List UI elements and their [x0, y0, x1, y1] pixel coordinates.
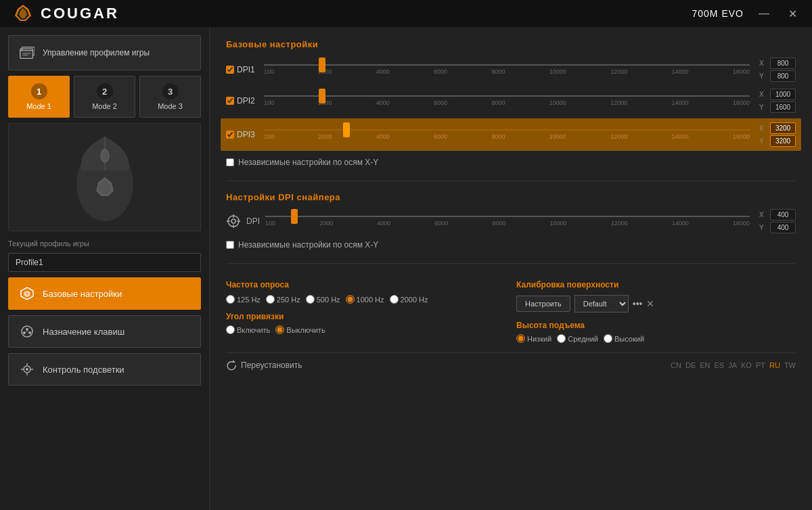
dpi3-track[interactable] [264, 129, 750, 131]
reset-icon [226, 360, 237, 371]
liftoff-mid[interactable]: Средний [557, 334, 598, 343]
lang-pt[interactable]: PT [756, 361, 765, 369]
dpi1-y-box: Y 800 [759, 70, 796, 82]
dpi3-checkbox-label[interactable]: DPI3 [226, 130, 258, 139]
polling-2000[interactable]: 2000 Hz [390, 295, 428, 304]
polling-125[interactable]: 125 Hz [226, 295, 261, 304]
angle-title: Угол привязки [226, 312, 505, 321]
key-assign-icon [20, 324, 35, 339]
lang-es[interactable]: ES [715, 361, 725, 369]
polling-1000[interactable]: 1000 Hz [346, 295, 384, 304]
lang-cn[interactable]: CN [671, 361, 681, 369]
polling-125-radio[interactable] [226, 295, 235, 304]
svg-point-18 [23, 331, 26, 334]
angle-on[interactable]: Включить [226, 325, 270, 334]
dpi3-row: DPI3 10020004000600080001000012000140001… [221, 118, 801, 151]
liftoff-high-radio[interactable] [604, 334, 612, 343]
main-layout: Управление профилем игры 1 Mode 1 2 Mode… [0, 27, 812, 510]
svg-marker-33 [233, 360, 235, 363]
mode-3-num: 3 [162, 83, 179, 99]
dpi1-checkbox[interactable] [226, 66, 234, 74]
right-settings: Калибровка поверхности Настроить Default… [516, 280, 796, 343]
mode-2-num: 2 [97, 83, 113, 99]
lang-ru[interactable]: RU [769, 361, 780, 369]
dpi1-x-box: X 800 [759, 57, 796, 69]
dpi3-thumb[interactable] [343, 122, 350, 137]
lang-en[interactable]: EN [700, 361, 710, 369]
sniper-values: X 400 Y 400 [755, 209, 796, 233]
dpi2-ticks: 100200040006000800010000120001400016000 [264, 99, 750, 106]
polling-title: Частота опроса [226, 280, 505, 289]
mode-2-button[interactable]: 2 Mode 2 [74, 76, 135, 118]
liftoff-low[interactable]: Низкий [516, 334, 551, 343]
liftoff-mid-radio[interactable] [557, 334, 566, 343]
sniper-dpi-row: DPI 100200040006000800010000120001400016… [226, 209, 796, 233]
dpi2-checkbox[interactable] [226, 97, 234, 105]
sniper-track[interactable] [265, 216, 750, 217]
angle-off[interactable]: Выключить [275, 325, 325, 334]
calib-dots-button[interactable]: ••• [633, 298, 643, 309]
sniper-slider[interactable]: 100200040006000800010000120001400016000 [265, 209, 750, 233]
sniper-ticks: 100200040006000800010000120001400016000 [265, 220, 750, 227]
sniper-x-box: X 400 [759, 209, 796, 221]
dpi2-checkbox-label[interactable]: DPI2 [226, 96, 258, 106]
dpi3-ticks: 100200040006000800010000120001400016000 [264, 133, 750, 140]
svg-point-22 [26, 368, 28, 371]
sniper-independent-xy-checkbox[interactable] [226, 241, 234, 249]
mouse-preview [8, 123, 201, 231]
dpi1-ticks: 100200040006000800010000120001400016000 [264, 68, 750, 75]
angle-off-radio[interactable] [275, 325, 284, 334]
calib-button[interactable]: Настроить [516, 296, 570, 312]
basic-settings-icon [20, 286, 35, 301]
profile-manage-button[interactable]: Управление профилем игры [8, 35, 201, 70]
titlebar: COUGAR 700M EVO — ✕ [0, 0, 812, 27]
angle-on-radio[interactable] [226, 325, 235, 334]
mode-3-button[interactable]: 3 Mode 3 [139, 76, 201, 118]
minimize-button[interactable]: — [754, 6, 773, 21]
sniper-x-val: 400 [770, 209, 796, 221]
polling-2000-radio[interactable] [390, 295, 399, 304]
dpi1-checkbox-label[interactable]: DPI1 [226, 65, 258, 74]
dpi3-x-val: 3200 [770, 122, 796, 134]
angle-section: Угол привязки Включить Выключить [226, 312, 505, 334]
close-button[interactable]: ✕ [784, 6, 801, 22]
dpi3-checkbox[interactable] [226, 131, 234, 139]
mode-1-button[interactable]: 1 Mode 1 [8, 76, 70, 118]
svg-rect-5 [20, 51, 33, 59]
profile-input[interactable] [8, 253, 201, 272]
profile-manage-label: Управление профилем игры [43, 48, 150, 57]
calib-close-button[interactable]: ✕ [646, 298, 654, 309]
nav-key-assign[interactable]: Назначение клавиш [8, 315, 201, 348]
reset-button[interactable]: Переустановить [226, 360, 302, 371]
dpi1-y-val: 800 [770, 70, 796, 82]
lang-tw[interactable]: TW [784, 361, 796, 369]
dpi3-slider[interactable]: 100200040006000800010000120001400016000 [264, 122, 750, 147]
nav-lighting[interactable]: Контроль подсветки [8, 353, 201, 386]
nav-basic-settings[interactable]: Базовые настройки [8, 277, 201, 310]
liftoff-high[interactable]: Высокий [604, 334, 644, 343]
polling-250[interactable]: 250 Hz [266, 295, 300, 304]
polling-500[interactable]: 500 Hz [306, 295, 340, 304]
dpi2-slider[interactable]: 100200040006000800010000120001400016000 [264, 89, 750, 113]
calib-select[interactable]: Default [574, 295, 629, 312]
dpi1-track[interactable] [264, 64, 750, 66]
sniper-thumb[interactable] [291, 209, 298, 224]
dpi1-x-val: 800 [770, 57, 796, 69]
dpi1-slider[interactable]: 100200040006000800010000120001400016000 [264, 57, 750, 82]
dpi2-track[interactable] [264, 95, 750, 97]
dpi2-y-box: Y 1600 [759, 101, 796, 113]
polling-1000-radio[interactable] [346, 295, 355, 304]
sidebar: Управление профилем игры 1 Mode 1 2 Mode… [0, 27, 210, 510]
calib-controls: Настроить Default ••• ✕ [516, 295, 796, 312]
mode-2-label: Mode 2 [92, 102, 117, 110]
liftoff-low-radio[interactable] [516, 334, 525, 343]
dpi1-thumb[interactable] [319, 57, 325, 72]
polling-radio-row: 125 Hz 250 Hz 500 Hz 1000 Hz [226, 295, 505, 304]
dpi2-thumb[interactable] [319, 89, 325, 103]
lang-ko[interactable]: KO [741, 361, 752, 369]
lang-de[interactable]: DE [685, 361, 696, 369]
polling-500-radio[interactable] [306, 295, 315, 304]
polling-250-radio[interactable] [266, 295, 275, 304]
lang-ja[interactable]: JA [728, 361, 737, 369]
independent-xy-checkbox[interactable] [226, 158, 234, 166]
